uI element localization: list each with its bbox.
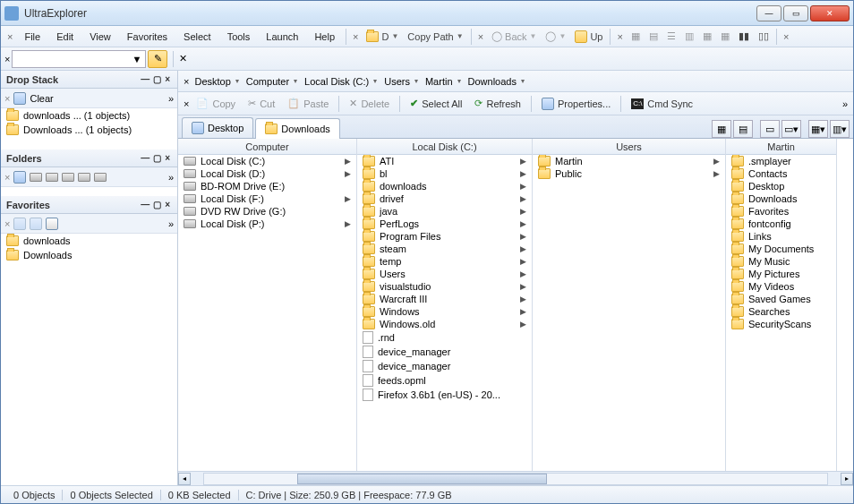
view-dual-button[interactable]: ▯▯ — [755, 29, 773, 44]
delete-button[interactable]: ✕Delete — [344, 96, 395, 111]
chevron-down-icon[interactable]: ▾ — [457, 77, 461, 85]
tab[interactable]: Downloads — [255, 118, 339, 139]
favorites-item[interactable]: Downloads — [1, 248, 177, 262]
up-button[interactable]: Up — [571, 29, 606, 45]
chevron-right-icon[interactable]: » — [168, 172, 174, 183]
view-close-icon[interactable]: × — [614, 31, 625, 42]
minimize-button[interactable]: — — [756, 5, 781, 21]
menubar-close-icon[interactable]: × — [4, 31, 15, 42]
dropstack-item[interactable]: downloads ... (1 objects) — [1, 108, 177, 123]
drive-icon[interactable] — [78, 173, 90, 182]
folder-combo[interactable]: D▼ — [363, 30, 402, 44]
file-row[interactable]: device_manager — [357, 345, 532, 359]
file-row[interactable]: device_manager — [357, 359, 532, 373]
view-columns-button[interactable]: ▮▮ — [735, 29, 753, 44]
file-row[interactable]: Links — [726, 230, 836, 243]
file-row[interactable]: SecurityScans — [726, 318, 836, 330]
view-tiles-button[interactable]: ▦ — [717, 29, 733, 44]
chevron-down-icon[interactable]: ▾ — [414, 77, 418, 85]
file-row[interactable]: My Pictures — [726, 268, 836, 280]
address-combo[interactable]: ▼ — [12, 50, 146, 68]
file-row[interactable]: temp▶ — [357, 255, 532, 268]
back-button[interactable]: ◯ Back▼ — [488, 29, 540, 44]
file-row[interactable]: .rnd — [357, 330, 532, 345]
view-btn-4[interactable]: ▭▾ — [781, 120, 801, 138]
file-row[interactable]: Public▶ — [533, 167, 725, 180]
file-row[interactable]: steam▶ — [357, 243, 532, 255]
drive-icon[interactable] — [46, 173, 58, 182]
breadcrumb-item[interactable]: Desktop▾ — [191, 74, 242, 89]
view-btn-5[interactable]: ▦▾ — [808, 120, 828, 138]
chevron-right-icon[interactable]: » — [842, 98, 848, 109]
nav-close-icon[interactable]: × — [475, 31, 486, 42]
file-row[interactable]: Users▶ — [357, 268, 532, 280]
fav-rename-icon[interactable] — [46, 218, 58, 230]
file-row[interactable]: Local Disk (P:)▶ — [178, 218, 356, 230]
dropstack-item[interactable]: Downloads ... (1 objects) — [1, 123, 177, 137]
file-row[interactable]: Local Disk (D:)▶ — [178, 167, 356, 180]
file-row[interactable]: PerfLogs▶ — [357, 218, 532, 230]
horizontal-scrollbar[interactable]: ◂ ▸ — [178, 471, 853, 485]
address-close-icon[interactable]: × — [4, 54, 10, 64]
chevron-down-icon[interactable]: ▾ — [373, 77, 377, 85]
breadcrumb-item[interactable]: Downloads▾ — [465, 74, 528, 89]
file-row[interactable]: Martin▶ — [533, 155, 725, 167]
view-thumb-button[interactable]: ▦ — [699, 29, 715, 44]
drive-icon[interactable] — [62, 173, 74, 182]
file-row[interactable]: feeds.opml — [357, 373, 532, 388]
tab[interactable]: Desktop — [182, 117, 253, 138]
fav-icon[interactable] — [30, 218, 42, 230]
properties-button[interactable]: Properties... — [536, 96, 616, 112]
file-row[interactable]: Warcraft III▶ — [357, 293, 532, 305]
dropstack-minimize-icon[interactable]: — — [139, 74, 151, 84]
chevron-down-icon[interactable]: ▾ — [294, 77, 297, 85]
scroll-left-button[interactable]: ◂ — [178, 473, 191, 485]
file-row[interactable]: Contacts — [726, 167, 836, 180]
favorites-minimize-icon[interactable]: — — [139, 200, 151, 209]
menu-favorites[interactable]: Favorites — [120, 29, 175, 45]
dropstack-clear-button[interactable]: Clear — [30, 93, 53, 104]
file-row[interactable]: BD-ROM Drive (E:) — [178, 180, 356, 192]
folders-tb-close-icon[interactable]: × — [4, 172, 10, 183]
scroll-right-button[interactable]: ▸ — [841, 473, 853, 485]
chevron-right-icon[interactable]: » — [168, 93, 174, 104]
dropstack-tb-close-icon[interactable]: × — [4, 93, 10, 104]
breadcrumb-item[interactable]: Local Disk (C:)▾ — [301, 74, 380, 89]
view-btn-6[interactable]: ▥▾ — [830, 120, 850, 138]
menu-select[interactable]: Select — [176, 29, 218, 45]
scroll-thumb[interactable] — [297, 474, 546, 484]
favorites-close-icon[interactable]: × — [163, 200, 172, 209]
favorites-restore-icon[interactable]: ▢ — [151, 200, 163, 209]
breadcrumb-item[interactable]: Computer▾ — [243, 74, 301, 89]
folders-minimize-icon[interactable]: — — [139, 153, 151, 163]
cmd-sync-button[interactable]: C:\Cmd Sync — [626, 97, 698, 111]
column-header[interactable]: Martin — [726, 139, 836, 155]
actionbar-close-icon[interactable]: × — [184, 98, 189, 109]
column-header[interactable]: Users — [533, 139, 725, 155]
column-header[interactable]: Local Disk (C:) — [357, 139, 532, 155]
close-tab-icon[interactable]: ✕ — [179, 53, 187, 64]
cut-button[interactable]: ✂Cut — [243, 96, 280, 111]
file-row[interactable]: My Music — [726, 255, 836, 268]
fav-icon[interactable] — [13, 218, 26, 230]
file-row[interactable]: My Documents — [726, 243, 836, 255]
view-btn-3[interactable]: ▭ — [760, 120, 780, 138]
go-button[interactable]: ✎ — [148, 50, 167, 68]
file-row[interactable]: Searches — [726, 305, 836, 318]
drive-icon[interactable] — [94, 173, 107, 182]
menu-help[interactable]: Help — [307, 29, 342, 45]
file-row[interactable]: Local Disk (C:)▶ — [178, 155, 356, 167]
view-small-button[interactable]: ▤ — [645, 29, 662, 44]
drive-icon[interactable] — [30, 173, 42, 182]
view-icons-button[interactable]: ▦ — [628, 29, 644, 44]
menu-edit[interactable]: Edit — [49, 29, 81, 45]
file-row[interactable]: Firefox 3.6b1 (en-US) - 20... — [357, 388, 532, 402]
menu-tools[interactable]: Tools — [220, 29, 258, 45]
breadcrumb-close-icon[interactable]: × — [184, 76, 189, 87]
file-row[interactable]: Local Disk (F:)▶ — [178, 192, 356, 205]
file-row[interactable]: Windows▶ — [357, 305, 532, 318]
select-all-button[interactable]: ✔Select All — [405, 96, 467, 111]
file-row[interactable]: Program Files▶ — [357, 230, 532, 243]
menu-file[interactable]: File — [17, 29, 47, 45]
chevron-right-icon[interactable]: » — [168, 218, 174, 229]
